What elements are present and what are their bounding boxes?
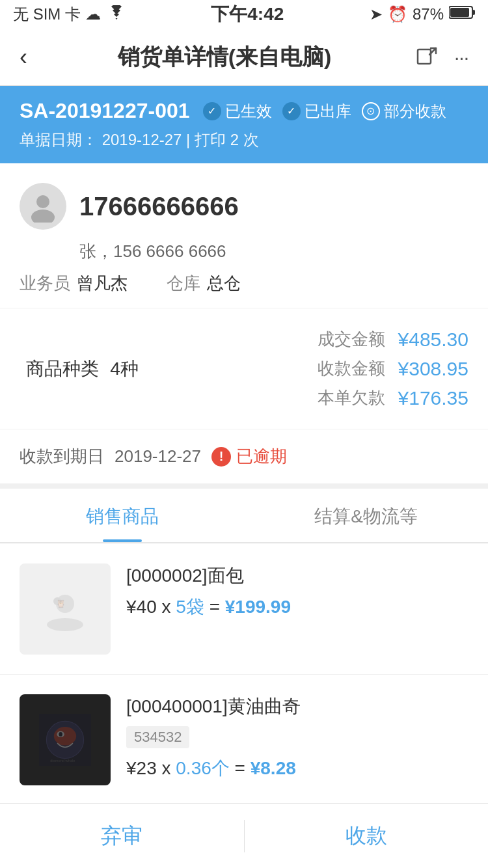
product-name-2: [000400001]黄油曲奇 [126, 694, 468, 719]
tab-sales-products[interactable]: 销售商品 [0, 489, 244, 542]
customer-sub: 张，156 6666 6666 [20, 240, 468, 263]
product-base-price-2: ¥23 [126, 758, 157, 778]
clock-icon: ⊙ [362, 102, 380, 120]
product-name-1: [0000002]面包 [126, 563, 468, 588]
product-image-2: diamond whale [20, 694, 111, 785]
svg-rect-3 [418, 49, 431, 64]
wifi-icon [107, 5, 126, 23]
customer-info: 17666666666 [20, 183, 468, 230]
overdue-icon: ! [211, 447, 231, 467]
confirm-button[interactable]: 收款 [245, 809, 489, 863]
product-qty-2: 0.36个 [176, 758, 230, 778]
products-section: 🦉 [0000002]面包 ¥40 x 5袋 = ¥199.99 dia [0, 544, 488, 806]
back-button[interactable]: ‹ [20, 44, 59, 71]
overdue-badge: ! 已逾期 [211, 445, 287, 468]
badge-partial-payment: ⊙ 部分收款 [362, 101, 446, 122]
badge-shipped: ✓ 已出库 [282, 101, 351, 122]
nav-actions: ··· [390, 43, 468, 71]
more-icon[interactable]: ··· [454, 46, 468, 68]
svg-point-14 [59, 732, 62, 737]
customer-name: 17666666666 [79, 192, 239, 221]
svg-rect-2 [450, 8, 469, 17]
order-date: 单据日期： 2019-12-27 | 打印 2 次 [20, 129, 468, 150]
battery-icon [449, 5, 475, 23]
tab-settlement[interactable]: 结算&物流等 [244, 489, 488, 542]
overdue-text: 已逾期 [236, 445, 287, 468]
nav-bar: ‹ 销货单详情(来自电脑) ··· [0, 29, 488, 86]
debt-amount: 本单欠款 ¥176.35 [318, 387, 468, 409]
badge-effective: ✓ 已生效 [203, 101, 272, 122]
summary-section: 商品种类 4种 成交金额 ¥485.30 收款金额 ¥308.95 本单欠款 ¥… [0, 308, 488, 429]
product-image-1: 🦉 [20, 563, 111, 655]
check-effective-icon: ✓ [203, 102, 221, 120]
cancel-button[interactable]: 弃审 [0, 809, 244, 863]
product-type-summary: 商品种类 4种 [20, 357, 139, 381]
status-time: 下午4:42 [211, 2, 284, 27]
due-section: 收款到期日 2019-12-27 ! 已逾期 [0, 429, 488, 489]
svg-rect-1 [472, 10, 475, 15]
sim-status: 无 SIM 卡 ☁ [13, 4, 101, 25]
due-date-label: 收款到期日 [20, 445, 104, 468]
status-left: 无 SIM 卡 ☁ [13, 4, 126, 25]
warehouse-meta: 仓库 总仓 [167, 272, 241, 295]
product-details-1: [0000002]面包 ¥40 x 5袋 = ¥199.99 [126, 563, 468, 619]
svg-point-8 [47, 618, 83, 631]
bottom-bar: 弃审 收款 [0, 803, 488, 868]
alarm-icon: ⏰ [388, 5, 407, 23]
svg-point-12 [54, 727, 76, 746]
product-base-price-1: ¥40 [126, 597, 157, 617]
amount-summary: 成交金额 ¥485.30 收款金额 ¥308.95 本单欠款 ¥176.35 [318, 328, 468, 409]
received-amount: 收款金额 ¥308.95 [318, 357, 468, 380]
salesperson-meta: 业务员 曾凡杰 [20, 272, 128, 295]
product-price-2: ¥23 x 0.36个 = ¥8.28 [126, 756, 468, 781]
customer-section: 17666666666 张，156 6666 6666 业务员 曾凡杰 仓库 总… [0, 163, 488, 308]
product-details-2: [000400001]黄油曲奇 534532 ¥23 x 0.36个 = ¥8.… [126, 694, 468, 781]
product-qty-1: 5袋 [176, 597, 204, 617]
customer-meta: 业务员 曾凡杰 仓库 总仓 [20, 272, 468, 295]
page-title: 销货单详情(来自电脑) [59, 42, 390, 72]
svg-text:🦉: 🦉 [56, 599, 66, 608]
product-item-2: diamond whale [000400001]黄油曲奇 534532 ¥23… [0, 675, 488, 806]
product-item: 🦉 [0000002]面包 ¥40 x 5袋 = ¥199.99 [0, 544, 488, 675]
svg-point-5 [31, 210, 55, 223]
product-batch-2: 534532 [126, 726, 189, 748]
product-price-1: ¥40 x 5袋 = ¥199.99 [126, 595, 468, 619]
tabs-section: 销售商品 结算&物流等 [0, 489, 488, 543]
battery-text: 87% [413, 5, 444, 23]
check-shipped-icon: ✓ [282, 102, 301, 120]
deal-amount: 成交金额 ¥485.30 [318, 328, 468, 351]
location-icon: ➤ [370, 5, 383, 23]
avatar [20, 183, 66, 230]
share-icon[interactable] [416, 43, 439, 71]
status-bar: 无 SIM 卡 ☁ 下午4:42 ➤ ⏰ 87% [0, 0, 488, 29]
svg-text:diamond whale: diamond whale [50, 759, 75, 763]
product-total-2: ¥8.28 [251, 758, 296, 778]
status-badges: ✓ 已生效 ✓ 已出库 ⊙ 部分收款 [203, 101, 446, 122]
status-right: ➤ ⏰ 87% [370, 5, 475, 23]
product-total-1: ¥199.99 [225, 597, 291, 617]
order-id: SA-20191227-001 [20, 99, 190, 123]
due-date-value: 2019-12-27 [115, 446, 201, 467]
svg-point-4 [36, 195, 49, 208]
order-header: SA-20191227-001 ✓ 已生效 ✓ 已出库 ⊙ 部分收款 单据日期：… [0, 86, 488, 163]
